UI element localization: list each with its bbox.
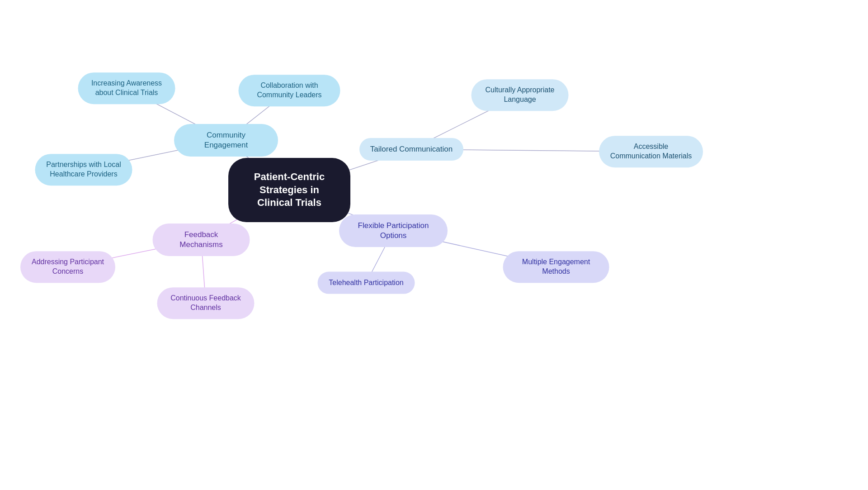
partnerships-node: Partnerships with Local Healthcare Provi… <box>35 154 132 186</box>
feedback-mechanisms-node: Feedback Mechanisms <box>153 224 250 256</box>
telehealth-node: Telehealth Participation <box>318 272 415 294</box>
multiple-engagement-node: Multiple Engagement Methods <box>503 251 609 283</box>
continuous-feedback-node: Continuous Feedback Channels <box>157 287 255 319</box>
accessible-materials-node: Accessible Communication Materials <box>599 136 703 167</box>
tailored-communication-node: Tailored Communication <box>359 138 463 161</box>
culturally-appropriate-node: Culturally Appropriate Language <box>472 79 569 111</box>
collaboration-node: Collaboration with Community Leaders <box>239 75 340 106</box>
addressing-concerns-node: Addressing Participant Concerns <box>20 251 115 283</box>
increasing-awareness-node: Increasing Awareness about Clinical Tria… <box>78 72 175 104</box>
flexible-participation-node: Flexible Participation Options <box>339 214 448 247</box>
community-engagement-node: Community Engagement <box>174 124 278 157</box>
center-node: Patient-Centric Strategies in Clinical T… <box>228 158 350 222</box>
